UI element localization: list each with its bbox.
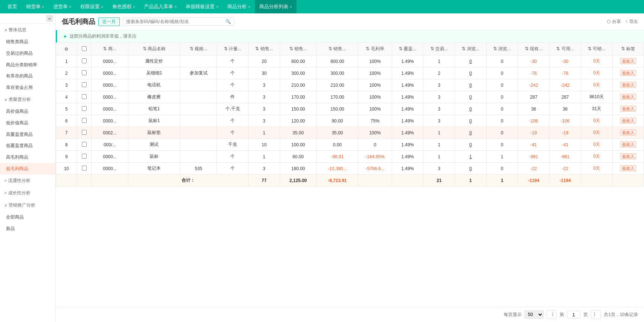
col-header-15[interactable]: ⇅ 可用... xyxy=(550,43,581,55)
nav-close-icon[interactable]: × xyxy=(174,5,177,9)
share-button[interactable]: ⬡ 分享 xyxy=(607,19,621,25)
nav-item-单据模板设置[interactable]: 单据模板设置× xyxy=(181,0,223,13)
col-header-3[interactable]: ⇅ 商品名称 xyxy=(128,43,180,55)
sort-icon[interactable]: ⇅ xyxy=(103,46,107,51)
browse1-link[interactable]: 1 xyxy=(470,154,472,159)
col-header-6[interactable]: ⇅ 销售... xyxy=(249,43,280,55)
sort-icon[interactable]: ⇅ xyxy=(190,46,193,51)
sidebar-item-库存资金占用[interactable]: 库存资金占用 xyxy=(0,82,55,93)
sort-icon[interactable]: ⇅ xyxy=(525,46,529,51)
page-number-input[interactable] xyxy=(567,311,580,319)
sort-icon[interactable]: ⇅ xyxy=(430,46,434,51)
nav-item-角色授权[interactable]: 角色授权× xyxy=(108,0,140,13)
sidebar-collapse-button[interactable]: « xyxy=(46,15,53,22)
sort-icon[interactable]: ⇅ xyxy=(588,46,592,51)
row-checkbox[interactable] xyxy=(82,130,87,135)
col-header-2[interactable]: ⇅ 商... xyxy=(92,43,128,55)
sort-icon[interactable]: ⇅ xyxy=(289,46,293,51)
sort-icon[interactable]: ⇅ xyxy=(329,46,332,51)
nav-item-商品分析[interactable]: 商品分析× xyxy=(223,0,255,13)
nav-item-首页[interactable]: 首页 xyxy=(3,0,22,13)
sidebar-group-header[interactable]: ∨类聚度分析 xyxy=(0,93,55,106)
sort-icon[interactable]: ⇅ xyxy=(255,46,259,51)
col-header-5[interactable]: ⇅ 计量... xyxy=(217,43,249,55)
sidebar-item-低覆盖度商品[interactable]: 低覆盖度商品 xyxy=(0,140,55,152)
sidebar-item-高毛利商品[interactable]: 高毛利商品 xyxy=(0,152,55,163)
filter-button[interactable]: 近一月 xyxy=(98,17,120,26)
sidebar-item-低价值商品[interactable]: 低价值商品 xyxy=(0,117,55,129)
col-header-7[interactable]: ⇅ 销售... xyxy=(280,43,316,55)
nav-item-权限设置[interactable]: 权限设置× xyxy=(76,0,108,13)
sidebar-item-有库存的商品[interactable]: 有库存的商品 xyxy=(0,70,55,82)
pagination-prev-button[interactable]: 〈 xyxy=(547,310,557,319)
sort-icon[interactable]: ⇅ xyxy=(366,46,369,51)
col-header-17[interactable]: ⇅ 标签 xyxy=(612,43,644,55)
nav-item-产品品入库单[interactable]: 产品品入库单× xyxy=(140,0,181,13)
sort-icon[interactable]: ⇅ xyxy=(462,46,465,51)
sort-icon[interactable]: ⇅ xyxy=(224,46,228,51)
search-icon[interactable]: 🔍 xyxy=(225,19,231,24)
nav-item-进货单[interactable]: 进货单× xyxy=(49,0,76,13)
sidebar-item-低毛利商品[interactable]: 低毛利商品 xyxy=(0,163,55,175)
row-checkbox[interactable] xyxy=(82,106,87,111)
row-checkbox[interactable] xyxy=(82,166,87,170)
row-checkbox[interactable] xyxy=(82,142,87,147)
sort-icon[interactable]: ⇅ xyxy=(143,46,147,51)
row-checkbox[interactable] xyxy=(82,58,87,63)
browse1-link[interactable]: 0 xyxy=(470,59,472,64)
browse1-link[interactable]: 0 xyxy=(470,83,472,88)
sidebar-item-高价值商品[interactable]: 高价值商品 xyxy=(0,106,55,117)
sidebar-group-header[interactable]: ∨营销推广分析 xyxy=(0,199,55,211)
export-button[interactable]: ↑ 导出 xyxy=(625,19,638,25)
pagination-next-button[interactable]: 〉 xyxy=(591,310,601,319)
sidebar-item-销售类商品[interactable]: 销售类商品 xyxy=(0,36,55,48)
sidebar-group-header[interactable]: >成长性分析 xyxy=(0,187,55,199)
sort-icon[interactable]: ⇅ xyxy=(556,46,560,51)
search-input[interactable] xyxy=(126,19,225,24)
tag: 低收入 xyxy=(612,79,644,91)
col-header-8[interactable]: ⇅ 销售... xyxy=(317,43,358,55)
nav-close-icon[interactable]: × xyxy=(69,5,71,9)
nav-close-icon[interactable]: × xyxy=(42,5,44,9)
browse1-link[interactable]: 0 xyxy=(470,142,472,147)
select-all-checkbox[interactable] xyxy=(82,46,87,51)
nav-close-icon[interactable]: × xyxy=(216,5,218,9)
row-checkbox[interactable] xyxy=(82,82,87,87)
nav-close-icon[interactable]: × xyxy=(133,5,135,9)
browse1-link[interactable]: 0 xyxy=(470,95,472,100)
sidebar-item-新品[interactable]: 新品 xyxy=(0,223,55,235)
col-header-12[interactable]: ⇅ 浏览... xyxy=(455,43,487,55)
sort-icon[interactable]: ⇅ xyxy=(493,46,497,51)
sidebar-item-高覆盖度商品[interactable]: 高覆盖度商品 xyxy=(0,129,55,140)
col-header-10[interactable]: ⇅ 覆盖... xyxy=(392,43,423,55)
col-header-11[interactable]: ⇅ 交易... xyxy=(423,43,455,55)
nav-item-商品分析列表[interactable]: 商品分析列表× xyxy=(255,0,297,13)
page-size-select[interactable]: 102050100 xyxy=(525,310,544,319)
col-header-9[interactable]: ⇅ 毛利率 xyxy=(358,43,392,55)
row-checkbox[interactable] xyxy=(82,118,87,123)
settings-icon[interactable]: ⚙ xyxy=(64,47,68,52)
browse1-link[interactable]: 0 xyxy=(470,166,472,171)
sidebar-item-交易过的商品[interactable]: 交易过的商品 xyxy=(0,48,55,59)
col-header-13[interactable]: ⇅ 浏览... xyxy=(486,43,518,55)
sidebar-item-商品分类助销率[interactable]: 商品分类助销率 xyxy=(0,59,55,71)
browse1-link[interactable]: 0 xyxy=(470,118,472,124)
col-header-16[interactable]: ⇅ 可销... xyxy=(581,43,612,55)
browse1-link[interactable]: 0 xyxy=(470,130,472,136)
browse1-link[interactable]: 0 xyxy=(470,106,472,112)
sort-icon[interactable]: ⇅ xyxy=(399,46,403,51)
nav-close-icon[interactable]: × xyxy=(290,5,292,9)
browse1-link[interactable]: 0 xyxy=(470,71,472,76)
nav-close-icon[interactable]: × xyxy=(101,5,103,9)
sidebar-group-header[interactable]: ∨整体信息 xyxy=(0,24,55,36)
nav-item-销货单[interactable]: 销货单× xyxy=(22,0,49,13)
row-checkbox[interactable] xyxy=(82,70,87,75)
nav-close-icon[interactable]: × xyxy=(248,5,250,9)
col-header-4[interactable]: ⇅ 规格... xyxy=(180,43,217,55)
sort-icon[interactable]: ⇅ xyxy=(621,46,625,51)
sidebar-group-header[interactable]: >流通性分析 xyxy=(0,175,55,187)
col-header-14[interactable]: ⇅ 现有... xyxy=(518,43,550,55)
row-checkbox[interactable] xyxy=(82,94,87,99)
sidebar-item-全部商品[interactable]: 全部商品 xyxy=(0,211,55,223)
row-checkbox[interactable] xyxy=(82,154,87,159)
